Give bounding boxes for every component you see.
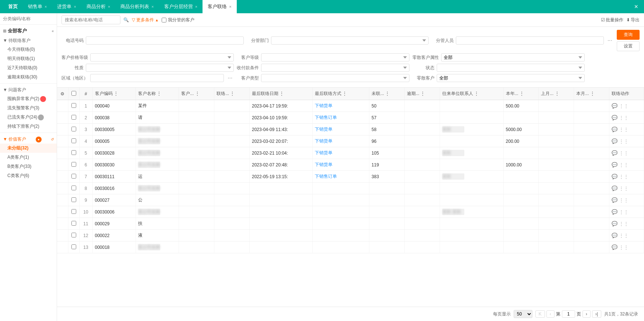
td-last-method[interactable]: 下销货单 bbox=[312, 159, 369, 171]
td-check[interactable] bbox=[68, 241, 79, 253]
td-last-method[interactable] bbox=[312, 183, 369, 194]
phone-input[interactable] bbox=[86, 36, 244, 45]
my-customers-check[interactable] bbox=[162, 18, 166, 22]
td-last-method[interactable]: 下销货单 bbox=[312, 100, 369, 112]
nav-tab-customer-segment[interactable]: 客户分层经营 × bbox=[159, 0, 203, 13]
td-check[interactable] bbox=[68, 230, 79, 241]
last-method-link[interactable]: 下销售订单 bbox=[315, 174, 337, 179]
close-icon[interactable]: × bbox=[108, 4, 110, 9]
row-checkbox[interactable] bbox=[71, 174, 76, 179]
th-type[interactable]: 客户... ⋮ bbox=[179, 88, 214, 100]
th-last-month[interactable]: 上月... ⋮ bbox=[539, 88, 574, 100]
sidebar-item-class-c[interactable]: C类客户(6) bbox=[0, 171, 57, 180]
contact-action-icon[interactable]: 💬 bbox=[612, 186, 617, 191]
more-filters-button[interactable]: ▽ 更多条件 ▲ bbox=[132, 17, 159, 23]
close-icon[interactable]: × bbox=[151, 4, 154, 9]
row-checkbox[interactable] bbox=[71, 138, 76, 143]
td-last-method[interactable] bbox=[312, 241, 369, 253]
last-method-link[interactable]: 下销货单 bbox=[315, 127, 332, 132]
more-action-icon[interactable]: ⋮⋮ bbox=[619, 221, 629, 226]
td-last-method[interactable]: 下销货单 bbox=[312, 124, 369, 135]
close-icon[interactable]: × bbox=[45, 4, 47, 9]
td-check[interactable] bbox=[68, 218, 79, 230]
search-input[interactable] bbox=[61, 15, 120, 24]
more-action-icon[interactable]: ⋮⋮ bbox=[619, 150, 629, 156]
nav-tab-goods-analysis[interactable]: 商品分析 × bbox=[81, 0, 115, 13]
settings-icon[interactable]: ⚙ bbox=[60, 91, 64, 96]
all-customers-title[interactable]: ⊞ 全部客户 « bbox=[0, 25, 57, 36]
last-method-link[interactable]: 下销货单 bbox=[315, 138, 332, 144]
region-input[interactable] bbox=[90, 74, 224, 82]
contact-action-icon[interactable]: 💬 bbox=[612, 233, 617, 238]
nature-select[interactable] bbox=[86, 64, 234, 72]
sidebar-item-7day-pending[interactable]: 近7天待联络(0) bbox=[0, 63, 57, 73]
last-page-button[interactable]: ›| bbox=[592, 310, 601, 318]
th-this-month[interactable]: 本月... ⋮ bbox=[574, 88, 609, 100]
export-button[interactable]: ⬇ 导出 bbox=[626, 17, 640, 23]
th-code[interactable]: 客户编码 ⋮ bbox=[92, 88, 136, 100]
close-icon[interactable]: × bbox=[74, 4, 76, 9]
more-action-icon[interactable]: ⋮⋮ bbox=[619, 233, 629, 238]
search-button[interactable]: 🔍 bbox=[123, 17, 129, 22]
more-action-icon[interactable]: ⋮⋮ bbox=[619, 138, 629, 144]
contact-action-icon[interactable]: 💬 bbox=[612, 221, 617, 226]
td-last-method[interactable] bbox=[312, 194, 369, 206]
contact-action-icon[interactable]: 💬 bbox=[612, 162, 617, 167]
last-method-link[interactable]: 下销货单 bbox=[315, 150, 332, 155]
person-input[interactable] bbox=[456, 36, 603, 45]
td-last-method[interactable] bbox=[312, 230, 369, 241]
th-no-contact[interactable]: 未联... ⋮ bbox=[369, 88, 405, 100]
contact-action-icon[interactable]: 💬 bbox=[612, 150, 617, 156]
close-icon[interactable]: × bbox=[195, 4, 197, 9]
query-button[interactable]: 查询 bbox=[617, 30, 640, 40]
contact-action-icon[interactable]: 💬 bbox=[612, 138, 617, 144]
more-action-icon[interactable]: ⋮⋮ bbox=[619, 162, 629, 167]
td-check[interactable] bbox=[68, 206, 79, 218]
row-checkbox[interactable] bbox=[71, 221, 76, 226]
status-select[interactable] bbox=[437, 64, 585, 72]
contact-action-icon[interactable]: 💬 bbox=[612, 115, 617, 120]
row-checkbox[interactable] bbox=[71, 115, 76, 120]
page-size-select[interactable]: 50 100 200 bbox=[514, 310, 532, 318]
th-overdue[interactable]: 逾期... ⋮ bbox=[404, 88, 440, 100]
th-last-date[interactable]: 最后联络日期 ⋮ bbox=[250, 88, 313, 100]
first-page-button[interactable]: K bbox=[535, 310, 545, 318]
page-number-input[interactable] bbox=[562, 310, 575, 318]
row-checkbox[interactable] bbox=[71, 186, 76, 190]
contact-action-icon[interactable]: 💬 bbox=[612, 103, 617, 109]
last-method-link[interactable]: 下销货单 bbox=[315, 162, 332, 167]
window-close-button[interactable]: × bbox=[631, 3, 641, 11]
th-unit-contact[interactable]: 往来单位联系人 ⋮ bbox=[440, 88, 503, 100]
td-check[interactable] bbox=[68, 171, 79, 183]
th-name[interactable]: 客户名称 ⋮ bbox=[136, 88, 179, 100]
sidebar-item-lost[interactable]: 已流失客户(24) bbox=[0, 113, 57, 122]
contact-action-icon[interactable]: 💬 bbox=[612, 244, 617, 250]
more-action-icon[interactable]: ⋮⋮ bbox=[619, 186, 629, 191]
sidebar-search-input[interactable] bbox=[3, 16, 57, 21]
td-check[interactable] bbox=[68, 183, 79, 194]
row-checkbox[interactable] bbox=[71, 162, 76, 167]
td-check[interactable] bbox=[68, 135, 79, 147]
contact-action-icon[interactable]: 💬 bbox=[612, 197, 617, 203]
zero-attr-select[interactable]: 全部 bbox=[441, 53, 585, 61]
sidebar-item-tomorrow-pending[interactable]: 明天待联络(1) bbox=[0, 54, 57, 63]
td-check[interactable] bbox=[68, 194, 79, 206]
nav-tab-customer-contact[interactable]: 客户联络 × bbox=[203, 0, 236, 13]
td-check[interactable] bbox=[68, 100, 79, 112]
row-checkbox[interactable] bbox=[71, 244, 76, 249]
sidebar-group-value[interactable]: ▼ 价值客户 ● ↺ bbox=[0, 134, 57, 144]
sidebar-item-class-b[interactable]: B类客户(33) bbox=[0, 162, 57, 171]
nav-tab-home[interactable]: 首页 bbox=[3, 0, 23, 13]
td-last-method[interactable]: 下销售订单 bbox=[312, 112, 369, 124]
collapse-icon[interactable]: « bbox=[52, 29, 54, 33]
more-action-icon[interactable]: ⋮⋮ bbox=[619, 209, 629, 215]
td-check[interactable] bbox=[68, 159, 79, 171]
sidebar-group-pending[interactable]: ▼ 待联络客户 bbox=[0, 36, 57, 45]
more-action-icon[interactable]: ⋮⋮ bbox=[619, 197, 629, 203]
contact-action-icon[interactable]: 💬 bbox=[612, 127, 617, 132]
customer-type-select[interactable] bbox=[261, 74, 409, 82]
th-settings[interactable]: ⚙ bbox=[57, 88, 68, 100]
sidebar-item-abnormal[interactable]: 囤购异常客户(2) bbox=[0, 94, 57, 103]
more-action-icon[interactable]: ⋮⋮ bbox=[619, 244, 629, 250]
td-last-method[interactable]: 下销货单 bbox=[312, 147, 369, 159]
